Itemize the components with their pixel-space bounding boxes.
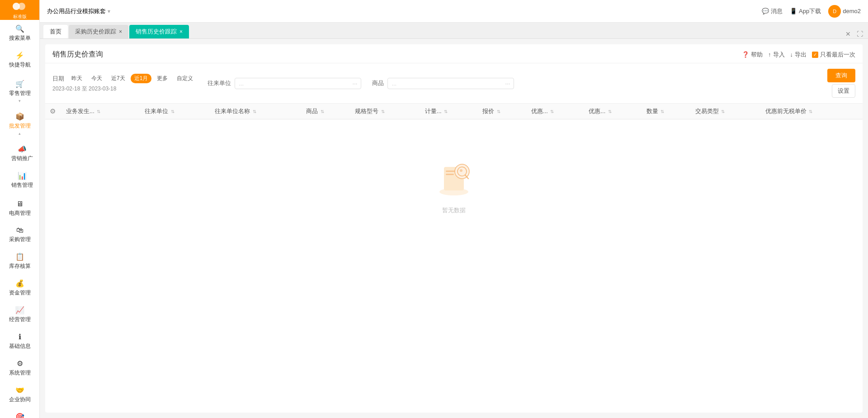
- date-filter-item: 日期 昨天 今天 近7天 近1月 更多 自定义: [52, 74, 197, 83]
- help-icon: ❓: [742, 51, 749, 58]
- date-buttons: 昨天 今天 近7天 近1月 更多 自定义: [68, 74, 197, 83]
- sidebar-item-inventory[interactable]: 📋 库存核算: [0, 248, 39, 275]
- filter-bar: 日期 昨天 今天 近7天 近1月 更多 自定义 2023-02-18 至 202…: [45, 63, 863, 104]
- window-buttons: ✕ ⛶: [844, 29, 864, 38]
- th-qty-label: 数量: [646, 108, 658, 114]
- tab-sales[interactable]: 销售历史价跟踪 ×: [129, 25, 189, 38]
- th-biz-date[interactable]: 业务发生... ⇅: [61, 104, 140, 119]
- search-menu-icon: 🔍: [15, 24, 24, 33]
- tab-purchase-label: 采购历史价跟踪: [75, 28, 116, 36]
- wholesale-icon: 📦: [15, 112, 24, 121]
- topbar-title-dropdown[interactable]: 办公用品行业模拟账套 ▾: [47, 7, 110, 15]
- th-partner[interactable]: 往来单位 ⇅: [140, 104, 210, 119]
- import-button[interactable]: ↑ 导入: [768, 51, 785, 59]
- empty-icon: [431, 156, 476, 201]
- sidebar-item-label: 销售管理: [11, 181, 33, 189]
- date-btn-more[interactable]: 更多: [153, 74, 171, 83]
- only-last-checkbox[interactable]: ✓ 只看最后一次: [812, 51, 855, 59]
- sidebar-item-label: 企业协同: [9, 396, 31, 404]
- th-discount2-label: 优惠...: [589, 108, 605, 114]
- dropdown-icon: ▾: [108, 8, 110, 14]
- user-action[interactable]: D demo2: [828, 5, 861, 18]
- app-download-action[interactable]: 📱 App下载: [790, 7, 821, 15]
- goods-input[interactable]: ... ···: [387, 78, 514, 89]
- date-btn-custom[interactable]: 自定义: [173, 74, 197, 83]
- message-label: 消息: [771, 7, 783, 15]
- th-goods[interactable]: 商品 ⇅: [302, 104, 350, 119]
- help-button[interactable]: ❓ 帮助: [742, 51, 763, 59]
- th-price[interactable]: 报价 ⇅: [478, 104, 527, 119]
- sidebar-item-label: 电商管理: [9, 209, 31, 217]
- avatar: D: [828, 5, 841, 18]
- sort-icon: ⇅: [497, 109, 500, 114]
- date-btn-today[interactable]: 今天: [88, 74, 106, 83]
- sidebar-item-guide[interactable]: 🎯 新手引导: [0, 408, 39, 418]
- th-spec[interactable]: 规格型号 ⇅: [350, 104, 420, 119]
- sidebar-item-label: 营销推广: [11, 155, 33, 162]
- tab-purchase-close[interactable]: ×: [119, 28, 122, 35]
- supplier-placeholder: ...: [239, 80, 244, 87]
- sidebar-item-sys-mgmt[interactable]: ⚙ 系统管理: [0, 355, 39, 381]
- username-label: demo2: [843, 8, 861, 14]
- supplier-input[interactable]: ... ···: [235, 78, 361, 89]
- date-btn-1month[interactable]: 近1月: [131, 74, 152, 83]
- sidebar-item-search-menu[interactable]: 🔍 搜索菜单: [0, 20, 39, 47]
- page-header: 销售历史价查询 ❓ 帮助 ↑ 导入 ↓ 导出 ✓: [45, 44, 863, 63]
- message-action[interactable]: 💬 消息: [762, 7, 783, 15]
- sort-icon: ⇅: [608, 109, 612, 114]
- query-button[interactable]: 查询: [827, 69, 855, 82]
- sidebar: 标准版 🔍 搜索菜单 ⚡ 快捷导航 🛒 零售管理 ▾ 📦 批发管理 ▴ 📣 营销…: [0, 0, 40, 418]
- maximize-window-button[interactable]: ⛶: [855, 29, 864, 38]
- th-discount2[interactable]: 优惠... ⇅: [584, 104, 642, 119]
- tab-home[interactable]: 首页: [43, 25, 68, 38]
- svg-point-1: [18, 3, 25, 10]
- marketing-icon: 📣: [18, 145, 27, 153]
- inventory-icon: 📋: [15, 252, 24, 261]
- sidebar-item-operation[interactable]: 📈 经营管理: [0, 301, 39, 328]
- th-settings: ⚙: [45, 104, 61, 119]
- th-unit[interactable]: 计量... ⇅: [420, 104, 478, 119]
- sidebar-item-ecommerce[interactable]: 🖥 电商管理: [0, 195, 39, 222]
- export-button[interactable]: ↓ 导出: [790, 51, 807, 59]
- th-pretax-price[interactable]: 优惠前无税单价 ⇅: [761, 104, 863, 119]
- sidebar-item-label: 零售管理: [9, 90, 31, 97]
- sidebar-item-quick-nav[interactable]: ⚡ 快捷导航: [0, 47, 39, 73]
- th-unit-label: 计量...: [425, 108, 442, 114]
- sidebar-item-sales-mgmt[interactable]: 📊 销售管理: [0, 167, 39, 194]
- sidebar-item-basic-info[interactable]: ℹ 基础信息: [0, 328, 39, 355]
- tab-sales-close[interactable]: ×: [179, 28, 183, 35]
- sidebar-item-label: 系统管理: [9, 369, 31, 377]
- th-partner-name[interactable]: 往来单位名称 ⇅: [210, 104, 302, 119]
- th-discount1-label: 优惠...: [531, 108, 548, 114]
- th-trade-type[interactable]: 交易类型 ⇅: [691, 104, 761, 119]
- content: 销售历史价查询 ❓ 帮助 ↑ 导入 ↓ 导出 ✓: [40, 39, 868, 418]
- sidebar-item-label: 采购管理: [9, 236, 31, 243]
- sidebar-item-purchase[interactable]: 🛍 采购管理: [0, 222, 39, 248]
- close-window-button[interactable]: ✕: [844, 29, 853, 38]
- date-btn-7days[interactable]: 近7天: [108, 74, 129, 83]
- tab-home-label: 首页: [50, 28, 61, 36]
- table-gear-icon[interactable]: ⚙: [50, 107, 56, 115]
- content-inner: 销售历史价查询 ❓ 帮助 ↑ 导入 ↓ 导出 ✓: [45, 44, 863, 413]
- th-qty[interactable]: 数量 ⇅: [642, 104, 691, 119]
- th-discount1[interactable]: 优惠... ⇅: [527, 104, 584, 119]
- ecommerce-icon: 🖥: [16, 200, 24, 208]
- filter-right-actions: 查询 设置: [827, 69, 855, 98]
- settings-button[interactable]: 设置: [832, 84, 855, 98]
- tab-purchase[interactable]: 采购历史价跟踪 ×: [69, 25, 128, 38]
- sidebar-item-retail-mgmt[interactable]: 🛒 零售管理 ▾: [0, 75, 39, 108]
- sidebar-item-marketing[interactable]: 📣 营销推广: [0, 140, 39, 167]
- sort-icon: ⇅: [321, 109, 324, 114]
- goods-placeholder: ...: [392, 80, 396, 87]
- date-label: 日期: [52, 75, 64, 83]
- sidebar-item-label: 经营管理: [9, 316, 31, 323]
- date-btn-yesterday[interactable]: 昨天: [68, 74, 86, 83]
- sidebar-item-label: 资金管理: [9, 289, 31, 297]
- sidebar-item-wholesale-mgmt[interactable]: 📦 批发管理 ▴: [0, 108, 39, 140]
- logo-icon: [12, 0, 28, 13]
- topbar-actions: 💬 消息 📱 App下载 D demo2: [762, 5, 861, 18]
- sidebar-item-label: 基础信息: [9, 342, 31, 350]
- sidebar-item-finance[interactable]: 💰 资金管理: [0, 275, 39, 301]
- sidebar-item-enterprise[interactable]: 🤝 企业协同: [0, 381, 39, 408]
- goods-filter-item: 商品 ... ···: [372, 78, 514, 89]
